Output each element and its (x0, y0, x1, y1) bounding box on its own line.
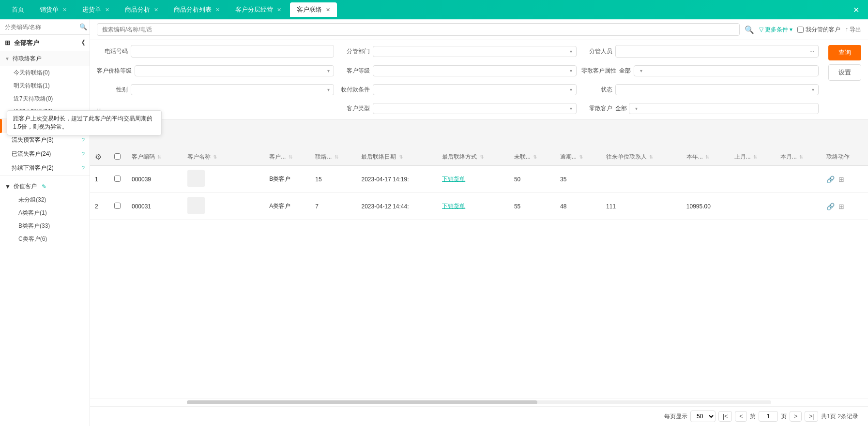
sidebar-a-class[interactable]: A类客户(1) (5, 206, 85, 220)
export-button[interactable]: ↑ 导出 (845, 26, 861, 34)
search-input[interactable] (97, 23, 740, 36)
filter-phone-input[interactable] (131, 45, 334, 58)
my-customers-checkbox[interactable] (797, 27, 804, 33)
filter-payment-select[interactable]: ▾ (373, 84, 576, 95)
tab-customer-tier[interactable]: 客户分层经营 ✕ (228, 2, 288, 17)
filter-retail-attr-cell: 零散客户属性 全部 ▾ (581, 65, 819, 76)
row2-link-icon[interactable]: 🔗 (826, 203, 835, 210)
per-page-select[interactable]: 50 (690, 411, 716, 422)
tab-customer-contact-close[interactable]: ✕ (326, 7, 330, 13)
sidebar-declining[interactable]: 持续下滑客户(2) ? (0, 161, 90, 175)
row2-grid-icon[interactable]: ⊞ (838, 203, 844, 210)
col-name-sort[interactable]: ⇅ (213, 154, 217, 160)
col-date-sort[interactable]: ⇅ (399, 154, 403, 160)
sidebar-waiting-contact-header[interactable]: ▼ 待联络客户 (0, 51, 90, 66)
col-person-sort[interactable]: ⇅ (649, 154, 653, 160)
row2-code: 000031 (127, 193, 183, 220)
gear-icon-button[interactable]: ⚙ (95, 152, 102, 162)
sidebar-collapse-icon[interactable]: 《 (78, 39, 85, 47)
filter-price-level-select[interactable]: ▾ (135, 65, 334, 76)
row2-select[interactable] (114, 203, 121, 209)
col-last-month[interactable]: 上月... ⇅ (730, 148, 776, 166)
sidebar-today-contact[interactable]: 今天待联络(0) (0, 66, 90, 79)
row1-link-icon[interactable]: 🔗 (826, 176, 835, 183)
settings-button[interactable]: 设置 (828, 64, 861, 81)
row2-method-link[interactable]: 下销货单 (442, 203, 465, 209)
filter-retail-attr-select[interactable]: ▾ (634, 65, 819, 76)
search-button[interactable]: 🔍 (745, 25, 754, 34)
filter-customer-level-select[interactable]: ▾ (373, 65, 576, 76)
first-page-button[interactable]: |< (718, 411, 732, 422)
row2-checkbox[interactable] (109, 193, 127, 220)
sidebar-value-header[interactable]: ▼ 价值客户 ✎ (5, 179, 85, 193)
col-checkbox[interactable] (109, 148, 127, 166)
sidebar-all-customers[interactable]: ⊞ 全部客户 《 (0, 35, 90, 51)
col-type[interactable]: 客户... ⇅ (264, 148, 310, 166)
scroll-track[interactable] (187, 400, 771, 404)
row1-select[interactable] (114, 176, 121, 182)
col-last-method[interactable]: 最后联络方式 ⇅ (437, 148, 509, 166)
col-sort-icon[interactable]: ⇅ (157, 154, 161, 160)
tab-analysis-close[interactable]: ✕ (154, 7, 158, 13)
tab-customer-tier-close[interactable]: ✕ (277, 7, 281, 13)
filter-status-select[interactable]: ▾ (615, 84, 819, 95)
col-contact-sort[interactable]: ⇅ (335, 154, 338, 160)
sidebar-search-icon[interactable]: 🔍 (79, 23, 87, 30)
more-conditions-button[interactable]: ▽ 更多条件 ▾ (759, 26, 792, 34)
row1-method-link[interactable]: 下销货单 (442, 176, 465, 182)
col-gear[interactable]: ⚙ (90, 148, 109, 166)
col-uncontacted[interactable]: 未联... ⇅ (509, 148, 555, 166)
sidebar-value-edit-icon[interactable]: ✎ (42, 183, 46, 190)
tab-analysis-list[interactable]: 商品分析列表 ✕ (167, 2, 227, 17)
col-overdue-sort[interactable]: ⇅ (579, 154, 583, 160)
query-button[interactable]: 查询 (828, 45, 861, 60)
tab-purchase[interactable]: 进货单 ✕ (76, 2, 116, 17)
row1-checkbox[interactable] (109, 166, 127, 193)
sidebar-tomorrow-contact[interactable]: 明天待联络(1) (0, 79, 90, 92)
col-type-sort[interactable]: ⇅ (289, 154, 292, 160)
col-lmonth-sort[interactable]: ⇅ (753, 154, 757, 160)
sidebar-b-class[interactable]: B类客户(33) (5, 220, 85, 233)
col-this-month[interactable]: 本月... ⇅ (776, 148, 822, 166)
tab-home[interactable]: 首页 (5, 2, 31, 17)
tab-analysis[interactable]: 商品分析 ✕ (118, 2, 165, 17)
col-this-year[interactable]: 本年... ⇅ (682, 148, 730, 166)
col-name[interactable]: 客户名称 ⇅ (183, 148, 264, 166)
page-input[interactable] (759, 411, 778, 422)
col-last-date[interactable]: 最后联络日期 ⇅ (356, 148, 437, 166)
col-uncontacted-sort[interactable]: ⇅ (533, 154, 537, 160)
row1-grid-icon[interactable]: ⊞ (838, 176, 844, 183)
sidebar-churned[interactable]: 已流失客户(24) ? (0, 147, 90, 161)
table-area[interactable]: ⚙ 客户编码 ⇅ 客户名称 ⇅ (90, 148, 868, 398)
tab-purchase-close[interactable]: ✕ (105, 7, 109, 13)
sidebar-7day-contact[interactable]: 近7天待联络(0) (0, 92, 90, 105)
sidebar-ungrouped[interactable]: 未分组(32) (5, 193, 85, 206)
filter-retail-customer-select[interactable]: ▾ (629, 103, 819, 114)
col-cmonth-sort[interactable]: ⇅ (799, 154, 803, 160)
my-customers-checkbox-label[interactable]: 我分管的客户 (797, 26, 840, 34)
select-all-checkbox[interactable] (114, 153, 121, 160)
filter-dept-select[interactable]: ▾ (373, 46, 576, 57)
col-year-sort[interactable]: ⇅ (705, 154, 709, 160)
row1-last-method[interactable]: 下销货单 (437, 166, 509, 193)
tab-sales-close[interactable]: ✕ (62, 7, 67, 13)
col-contact-count[interactable]: 联络... ⇅ (310, 148, 356, 166)
col-code[interactable]: 客户编码 ⇅ (127, 148, 183, 166)
nav-close-all[interactable]: ✕ (849, 3, 863, 16)
tab-analysis-list-close[interactable]: ✕ (215, 7, 220, 13)
col-method-sort[interactable]: ⇅ (480, 154, 484, 160)
tab-customer-contact[interactable]: 客户联络 ✕ (290, 2, 337, 17)
next-page-button[interactable]: > (790, 411, 802, 422)
sidebar-search-input[interactable] (5, 24, 77, 30)
filter-gender-select[interactable]: ▾ (131, 84, 334, 95)
last-page-button[interactable]: >| (805, 411, 818, 422)
sidebar-c-class[interactable]: C类客户(6) (5, 233, 85, 246)
scroll-thumb[interactable] (187, 400, 537, 404)
filter-customer-type-select[interactable]: ▾ (373, 103, 576, 114)
row2-last-method[interactable]: 下销货单 (437, 193, 509, 220)
prev-page-button[interactable]: < (735, 411, 747, 422)
tab-sales[interactable]: 销货单 ✕ (33, 2, 74, 17)
col-person[interactable]: 往来单位联系人 ⇅ (601, 148, 682, 166)
col-overdue[interactable]: 逾期... ⇅ (555, 148, 601, 166)
filter-manager-select[interactable]: ··· (615, 45, 819, 58)
